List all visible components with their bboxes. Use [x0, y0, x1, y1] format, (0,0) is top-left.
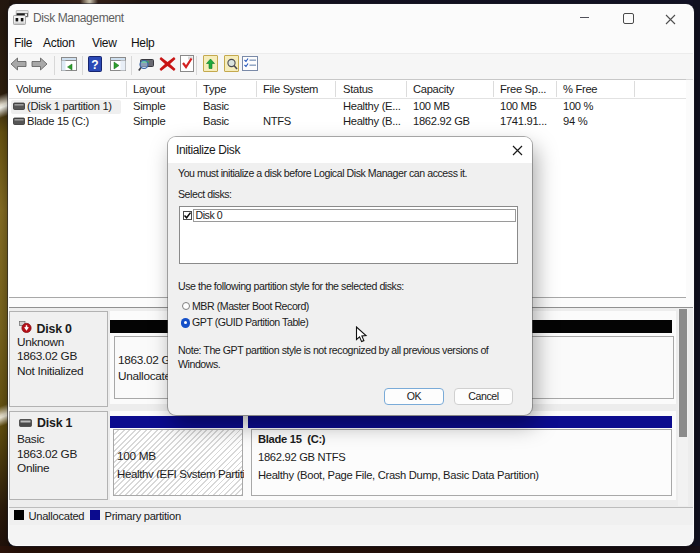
svg-text:?: ? — [91, 58, 98, 72]
